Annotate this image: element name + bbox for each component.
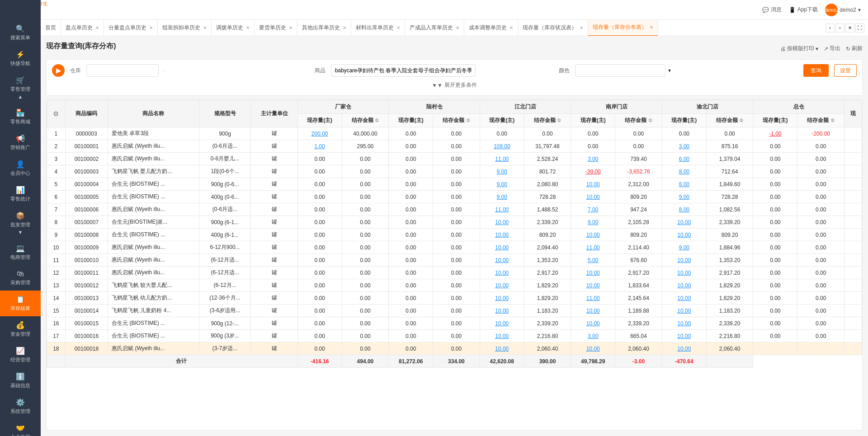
table-cell[interactable]: 9.00 [662, 191, 706, 203]
table-cell[interactable]: 11.00 [571, 292, 615, 305]
refresh-btn[interactable]: ↻ 刷新 [846, 45, 863, 52]
table-cell[interactable]: 0.00 [753, 229, 797, 241]
table-cell[interactable]: 10.00 [571, 317, 615, 330]
table-cell[interactable]: 10.00 [480, 317, 524, 330]
table-cell[interactable]: 0.00 [389, 305, 433, 317]
table-cell[interactable]: 0.00 [297, 292, 342, 305]
table-cell[interactable]: 10.00 [662, 305, 706, 317]
tab-stock-distribution[interactable]: 现存量（库存分布表） ✕ [588, 20, 658, 36]
table-cell[interactable]: 0.00 [753, 178, 797, 191]
table-cell[interactable]: 10.00 [571, 229, 615, 241]
warehouse-more-btn[interactable]: ··· [161, 67, 166, 74]
tab-home[interactable]: 首页 [41, 20, 61, 36]
table-cell[interactable]: 0.00 [753, 254, 797, 267]
table-cell[interactable]: 0.00 [389, 330, 433, 342]
table-cell[interactable]: 8.00 [662, 165, 706, 178]
table-cell[interactable]: 0.00 [753, 191, 797, 203]
table-cell[interactable]: 0.00 [297, 330, 342, 342]
table-cell[interactable]: 10.00 [480, 267, 524, 279]
tab-transfer[interactable]: 调拨单历史 ✕ [212, 20, 255, 36]
table-cell[interactable]: 10.00 [571, 191, 615, 203]
table-cell[interactable]: 10.00 [480, 342, 524, 355]
sidebar-item-retail-mgmt[interactable]: 🛒 零售管理 ▲ [0, 71, 41, 104]
table-cell[interactable]: -39.00 [571, 165, 615, 178]
sidebar-item-retail-stats[interactable]: 📊 零售统计 [0, 181, 41, 207]
table-cell[interactable]: 10.00 [480, 279, 524, 292]
table-cell[interactable]: 0.00 [753, 317, 797, 330]
table-cell[interactable]: 0.00 [480, 127, 524, 140]
table-container[interactable]: ⚙ 商品编码 商品名称 规格型号 主计量单位 厂家仓 陆村仓 江北门店 南岸门店… [46, 99, 863, 431]
table-cell[interactable]: 0.00 [389, 267, 433, 279]
table-cell[interactable]: 10.00 [662, 216, 706, 229]
table-cell[interactable]: 0.00 [753, 279, 797, 292]
table-cell[interactable]: 10.00 [662, 292, 706, 305]
table-cell[interactable]: 200.00 [297, 127, 342, 140]
sidebar-item-finance[interactable]: 💰 资金管理 [0, 316, 41, 342]
table-cell[interactable]: 10.00 [662, 254, 706, 267]
table-cell[interactable]: 10.00 [662, 267, 706, 279]
tab-stock-history[interactable]: 盘点单历史 ✕ [61, 20, 104, 36]
table-cell[interactable]: 0.00 [753, 216, 797, 229]
tab-close-all-btn[interactable]: ✕ [845, 23, 854, 33]
sidebar-item-search[interactable]: 🔍 搜索英单 [0, 20, 41, 46]
tab-close-11[interactable]: ✕ [650, 25, 653, 30]
table-cell[interactable]: 10.00 [480, 216, 524, 229]
table-cell[interactable]: 10.00 [571, 305, 615, 317]
table-cell[interactable]: 0.00 [297, 178, 342, 191]
table-cell[interactable]: 10.00 [480, 254, 524, 267]
query-button[interactable]: 查询 [803, 64, 829, 77]
tab-close-2[interactable]: ✕ [149, 25, 153, 30]
table-cell[interactable]: 0.00 [753, 292, 797, 305]
table-cell[interactable]: 0.00 [389, 178, 433, 191]
tab-close-7[interactable]: ✕ [396, 25, 400, 30]
table-cell[interactable]: 0.00 [297, 305, 342, 317]
tab-close-9[interactable]: ✕ [509, 25, 513, 30]
table-cell[interactable]: 0.00 [389, 279, 433, 292]
warehouse-input[interactable] [86, 64, 159, 77]
table-cell[interactable]: 0.00 [389, 216, 433, 229]
tab-close-4[interactable]: ✕ [246, 25, 250, 30]
color-input[interactable] [575, 64, 665, 77]
table-cell[interactable]: 9.00 [480, 165, 524, 178]
table-cell[interactable]: 0.00 [389, 191, 433, 203]
th-gear[interactable]: ⚙ [47, 100, 66, 127]
sidebar-item-inventory[interactable]: 📋 库存核算 [0, 291, 41, 316]
table-cell[interactable]: 0.00 [753, 165, 797, 178]
sidebar-item-system[interactable]: ⚙️ 系统管理 [0, 394, 41, 419]
table-cell[interactable]: 0.00 [571, 140, 615, 153]
table-cell[interactable]: 6.00 [662, 153, 706, 165]
table-cell[interactable]: 8.00 [662, 203, 706, 216]
table-cell[interactable]: 8.00 [662, 178, 706, 191]
table-cell[interactable]: 0.00 [297, 229, 342, 241]
table-cell[interactable]: 0.00 [297, 279, 342, 292]
search-expand-btn[interactable]: ▶ [52, 64, 65, 77]
table-cell[interactable]: 3.00 [571, 330, 615, 342]
tab-product-in[interactable]: 产成品入库单历史 ✕ [405, 20, 464, 36]
gear-icon[interactable]: ⚙ [53, 110, 59, 117]
table-cell[interactable]: 10.00 [480, 241, 524, 254]
table-cell[interactable]: 0.00 [297, 342, 342, 355]
user-menu[interactable]: demo2 demo2 ▾ [825, 4, 861, 16]
table-cell[interactable]: 11.00 [480, 153, 524, 165]
table-cell[interactable]: 10.00 [480, 305, 524, 317]
sidebar-item-operations[interactable]: 📈 经营管理 [0, 342, 41, 368]
table-cell[interactable]: 0.00 [389, 292, 433, 305]
table-cell[interactable]: 0.00 [297, 216, 342, 229]
app-download-btn[interactable]: 📱 App下载 [789, 6, 818, 14]
tab-assembly[interactable]: 组装拆卸单历史 ✕ [158, 20, 212, 36]
tab-partial-stock[interactable]: 分量盘点单历史 ✕ [104, 20, 158, 36]
tab-prev-btn[interactable]: ‹ [826, 23, 835, 33]
table-cell[interactable]: 10.00 [662, 229, 706, 241]
table-cell[interactable]: 0.00 [753, 241, 797, 254]
tab-requisition[interactable]: 要货单历史 ✕ [255, 20, 297, 36]
table-cell[interactable]: 0.00 [753, 153, 797, 165]
table-cell[interactable]: 9.00 [480, 178, 524, 191]
table-cell[interactable]: 109.00 [480, 140, 524, 153]
sidebar-item-basicinfo[interactable]: ℹ️ 基础信息 [0, 368, 41, 394]
tab-close-10[interactable]: ✕ [580, 25, 583, 30]
table-cell[interactable]: 0.00 [389, 153, 433, 165]
table-cell[interactable]: 0.00 [389, 317, 433, 330]
table-cell[interactable]: 11.00 [480, 203, 524, 216]
table-cell[interactable]: 10.00 [662, 279, 706, 292]
export-btn[interactable]: ↗ 导出 [824, 45, 840, 52]
